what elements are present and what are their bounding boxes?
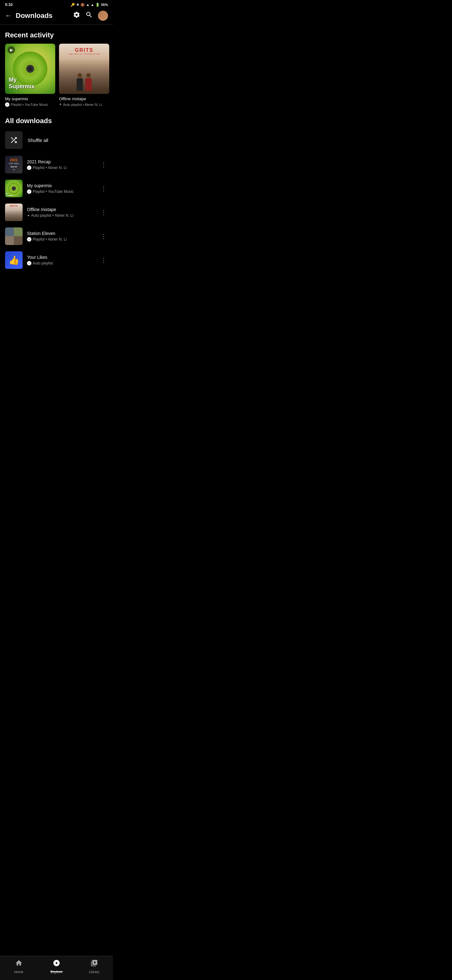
carousel-item-name: My supermix [5,96,55,101]
likes-thumbnail: 👍 [5,251,22,269]
mixtape-info: Offline mixtape ✦ Auto playlist • Abner … [27,207,95,218]
station-meta: ✓ Playlist • Abner N. Li [27,237,95,242]
download-item-likes[interactable]: 👍 Your Likes ✓ Auto playlist ⋮ [0,248,113,272]
recap-meta: ✓ Playlist • Abner N. Li [27,165,95,170]
recap-info: 2021 Recap ✓ Playlist • Abner N. Li [27,159,95,170]
download-item-mixtape[interactable]: GRITS Offline mixtape ✦ Auto playlist • … [0,200,113,224]
more-options-mixtape[interactable]: ⋮ [99,207,108,217]
settings-icon[interactable] [73,11,80,21]
header-actions [73,11,108,21]
top-bar: ← Downloads [0,8,113,24]
sparkle-icon-2: ✦ [27,213,30,218]
signal-icon: ▲ [91,3,94,6]
verified-check-supermix: ✓ [27,189,32,194]
all-downloads-title: All downloads [0,112,113,127]
download-item-recap[interactable]: 2021 CAP 2021 RECAP AP 2021 Recap ✓ Play… [0,153,113,177]
battery-icon: 🔋 [95,3,100,7]
status-icons: 🔑 ✳ 🔕 ▲ ▲ 🔋 55% [71,3,108,7]
key-icon: 🔑 [71,3,75,7]
verified-check-recap: ✓ [27,165,32,170]
carousel-item-name-2: Offline mixtape [59,96,109,101]
download-item-station[interactable]: Station Eleven ✓ Playlist • Abner N. Li … [0,224,113,248]
supermix-dl-name: My supermix [27,183,95,188]
verified-icon: ✓ [5,102,10,107]
recent-activity-title: Recent activity [0,25,113,44]
search-icon[interactable] [86,11,93,21]
supermix-thumbnail: MySupermix ▶ [5,44,55,94]
more-options-recap[interactable]: ⋮ [99,159,108,170]
supermix-info: My supermix ✓ Playlist • YouTube Music [27,183,95,194]
carousel-item-type-2: Auto playlist • Abner N. Li [63,103,102,107]
likes-info: Your Likes ✓ Auto playlist [27,255,95,266]
mute-icon: 🔕 [80,3,85,7]
station-type: Playlist • Abner N. Li [33,237,67,242]
mixtape-thumbnail: GRITS [5,204,22,221]
station-thumbnail [5,228,22,245]
carousel-item-meta-2: ✦ Auto playlist • Abner N. Li [59,102,109,107]
avatar[interactable] [98,11,108,21]
recap-thumbnail: 2021 CAP 2021 RECAP AP [5,156,22,173]
supermix-dl-meta: ✓ Playlist • YouTube Music [27,189,95,194]
carousel-item-offline-mixtape[interactable]: GRITS THE ART OF TRANSLATION Offline mix… [59,44,109,107]
status-bar: 5:10 🔑 ✳ 🔕 ▲ ▲ 🔋 55% [0,0,113,8]
more-options-station[interactable]: ⋮ [99,231,108,241]
recent-activity-carousel: MySupermix ▶ My supermix ✓ Playlist • Yo… [0,44,113,112]
verified-check-station: ✓ [27,237,32,242]
likes-type: Auto playlist [33,261,53,266]
back-button[interactable]: ← [5,12,12,20]
mixtape-name: Offline mixtape [27,207,95,212]
shuffle-icon [5,131,22,149]
shuffle-label: Shuffle all [28,138,48,143]
verified-check-likes: ✓ [27,261,32,266]
likes-meta: ✓ Auto playlist [27,261,95,266]
mixtape-meta: ✦ Auto playlist • Abner N. Li [27,213,95,218]
carousel-item-meta: ✓ Playlist • YouTube Music [5,102,55,107]
wifi-icon: ▲ [86,3,89,6]
recap-name: 2021 Recap [27,159,95,164]
supermix-dl-type: Playlist • YouTube Music [33,189,74,194]
bluetooth-icon: ✳ [76,3,79,7]
carousel-item-supermix[interactable]: MySupermix ▶ My supermix ✓ Playlist • Yo… [5,44,55,107]
status-time: 5:10 [5,3,13,7]
recap-type: Playlist • Abner N. Li [33,165,67,170]
likes-name: Your Likes [27,255,95,260]
play-icon: ▶ [8,46,15,54]
carousel-item-type: Playlist • YouTube Music [11,103,48,107]
station-info: Station Eleven ✓ Playlist • Abner N. Li [27,231,95,242]
battery-percent: 55% [101,3,108,6]
supermix-small-thumbnail: MySupermix [5,180,22,197]
shuffle-all-row[interactable]: Shuffle all [0,127,113,153]
page-title: Downloads [16,12,69,20]
station-name: Station Eleven [27,231,95,236]
download-item-supermix[interactable]: MySupermix My supermix ✓ Playlist • YouT… [0,177,113,200]
grits-thumbnail: GRITS THE ART OF TRANSLATION [59,44,109,94]
mixtape-type: Auto playlist • Abner N. Li [31,213,73,218]
more-options-supermix[interactable]: ⋮ [99,183,108,194]
sparkle-icon: ✦ [59,102,62,107]
more-options-likes[interactable]: ⋮ [99,255,108,265]
